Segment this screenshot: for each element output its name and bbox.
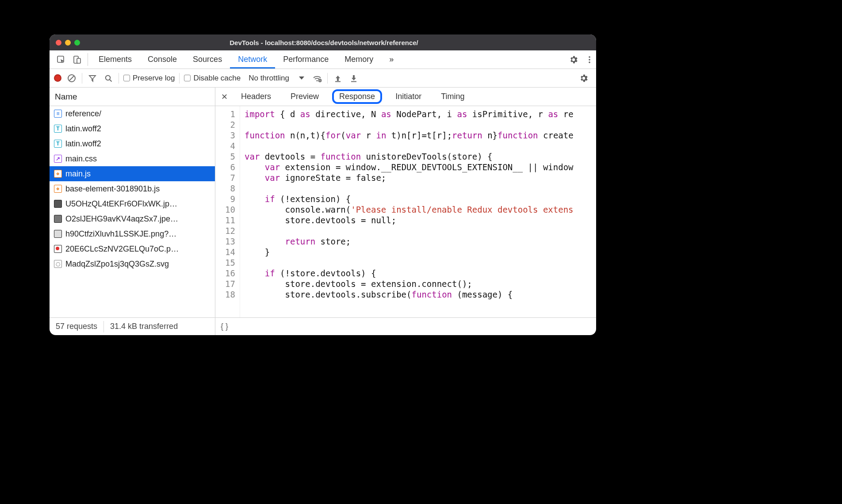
tab-overflow-button[interactable]: »: [381, 50, 402, 69]
svg-line-9: [110, 80, 112, 82]
network-conditions-icon[interactable]: [311, 74, 323, 83]
checkbox-icon: [184, 75, 191, 81]
request-name: MadqZslZpo1sj3qQ3GsZ.svg: [65, 260, 169, 269]
request-row[interactable]: ≡reference/: [50, 106, 215, 121]
request-name: reference/: [65, 109, 101, 118]
request-row[interactable]: U5OHzQL4tEKFr6OFlxWK.jp…: [50, 196, 215, 211]
divider: [88, 53, 88, 66]
font-file-icon: T: [54, 125, 62, 133]
devtools-window: DevTools - localhost:8080/docs/devtools/…: [50, 34, 596, 335]
img-file-icon: [54, 200, 62, 208]
request-name: base-element-3018901b.js: [65, 184, 160, 194]
requests-list: ≡reference/Tlatin.woff2Tlatin.woff2↗main…: [50, 106, 215, 317]
checkbox-icon: [123, 75, 130, 81]
request-count: 57 requests: [50, 322, 103, 331]
request-name: U5OHzQL4tEKFr6OFlxWK.jp…: [65, 199, 177, 209]
img2-file-icon: [54, 215, 62, 223]
zoom-window-button[interactable]: [74, 40, 80, 46]
request-row[interactable]: ◌MadqZslZpo1sj3qQ3GsZ.svg: [50, 256, 215, 271]
gif-file-icon: [54, 245, 62, 253]
tab-performance[interactable]: Performance: [275, 50, 337, 69]
detail-status-bar: { }: [215, 317, 596, 335]
pretty-print-button[interactable]: { }: [221, 322, 228, 331]
request-row[interactable]: O2slJEHG9avKV4aqzSx7.jpe…: [50, 211, 215, 226]
request-name: main.css: [65, 154, 97, 164]
request-name: main.js: [65, 169, 91, 179]
css-file-icon: ↗: [54, 155, 62, 163]
preserve-log-label: Preserve log: [133, 74, 175, 83]
main-tabbar: ElementsConsoleSourcesNetworkPerformance…: [50, 50, 596, 69]
svg-point-4: [589, 59, 590, 61]
detail-tab-initiator[interactable]: Initiator: [389, 90, 428, 103]
settings-icon[interactable]: [564, 50, 583, 69]
request-row[interactable]: ↗main.css: [50, 151, 215, 166]
transferred-size: 31.4 kB transferred: [104, 322, 184, 331]
requests-status-bar: 57 requests 31.4 kB transferred: [50, 317, 215, 335]
doc-file-icon: ≡: [54, 110, 62, 118]
detail-panel: ✕ HeadersPreviewResponseInitiatorTiming …: [215, 88, 596, 335]
kebab-menu-icon[interactable]: [583, 50, 596, 69]
svg-rect-2: [77, 58, 80, 63]
request-name: h90CtfziXluvh1LSSKJE.png?…: [65, 229, 176, 239]
svg-file-icon: ◌: [54, 260, 62, 268]
requests-header[interactable]: Name: [50, 88, 215, 106]
filter-icon[interactable]: [87, 74, 98, 82]
svg-point-10: [316, 80, 318, 81]
record-button[interactable]: [54, 74, 61, 82]
throttling-select[interactable]: No throttling: [249, 74, 304, 83]
request-row[interactable]: 20E6CLcSzNV2GELQu7oC.p…: [50, 241, 215, 256]
upload-har-icon[interactable]: [332, 74, 344, 82]
tab-sources[interactable]: Sources: [185, 50, 230, 69]
device-toolbar-icon[interactable]: [69, 50, 85, 69]
svg-point-8: [106, 75, 110, 80]
request-row[interactable]: Tlatin.woff2: [50, 136, 215, 151]
preserve-log-checkbox[interactable]: Preserve log: [123, 74, 175, 83]
throttling-label: No throttling: [249, 74, 289, 83]
request-name: latin.woff2: [65, 124, 101, 134]
request-row[interactable]: Tlatin.woff2: [50, 121, 215, 136]
request-name: 20E6CLcSzNV2GELQu7oC.p…: [65, 244, 179, 254]
js-file-icon: ⋄: [54, 170, 62, 178]
disable-cache-label: Disable cache: [193, 74, 241, 83]
close-detail-icon[interactable]: ✕: [218, 92, 230, 102]
detail-tab-timing[interactable]: Timing: [435, 90, 471, 103]
close-window-button[interactable]: [56, 40, 61, 46]
svg-line-7: [69, 76, 74, 80]
request-row[interactable]: ⋄base-element-3018901b.js: [50, 181, 215, 196]
detail-tab-response[interactable]: Response: [332, 89, 382, 104]
svg-point-5: [589, 61, 590, 63]
window-controls: [56, 40, 80, 46]
detail-tab-headers[interactable]: Headers: [235, 90, 277, 103]
svg-point-3: [589, 56, 590, 58]
js2-file-icon: ⋄: [54, 185, 62, 193]
window-title: DevTools - localhost:8080/docs/devtools/…: [80, 39, 590, 46]
network-settings-icon[interactable]: [576, 73, 592, 83]
request-row[interactable]: ⋄main.js: [50, 166, 215, 181]
inspect-element-icon[interactable]: [53, 50, 69, 69]
column-name-label: Name: [55, 92, 77, 102]
response-body[interactable]: 1 2 3 4 5 6 7 8 9 10 11 12 13 14 15 16 1…: [215, 106, 596, 317]
request-name: O2slJEHG9avKV4aqzSx7.jpe…: [65, 214, 178, 224]
svg-rect-13: [351, 81, 356, 82]
png-file-icon: [54, 230, 62, 238]
detail-tab-preview[interactable]: Preview: [284, 90, 325, 103]
minimize-window-button[interactable]: [65, 40, 71, 46]
clear-icon[interactable]: [66, 74, 77, 83]
divider: [82, 73, 82, 84]
requests-panel: Name ≡reference/Tlatin.woff2Tlatin.woff2…: [50, 88, 215, 335]
search-icon[interactable]: [103, 74, 114, 82]
request-row[interactable]: h90CtfziXluvh1LSSKJE.png?…: [50, 226, 215, 241]
detail-tabbar: ✕ HeadersPreviewResponseInitiatorTiming: [215, 88, 596, 106]
divider: [119, 73, 119, 84]
tab-memory[interactable]: Memory: [337, 50, 381, 69]
download-har-icon[interactable]: [348, 74, 360, 82]
svg-rect-12: [335, 81, 341, 82]
disable-cache-checkbox[interactable]: Disable cache: [184, 74, 241, 83]
divider: [179, 73, 180, 84]
chevron-down-icon: [299, 76, 304, 80]
tab-network[interactable]: Network: [230, 50, 275, 69]
titlebar: DevTools - localhost:8080/docs/devtools/…: [50, 34, 596, 50]
divider: [327, 73, 328, 84]
tab-elements[interactable]: Elements: [91, 50, 140, 69]
tab-console[interactable]: Console: [140, 50, 185, 69]
